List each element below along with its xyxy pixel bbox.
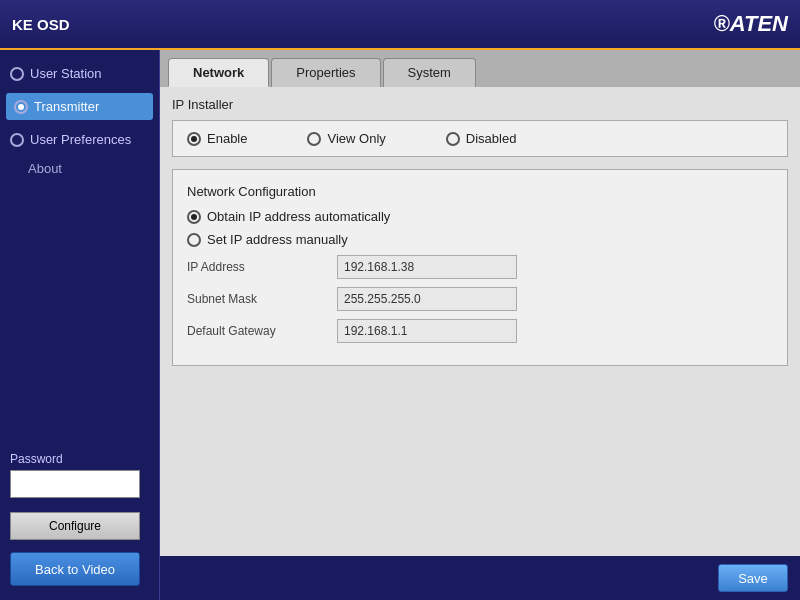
ip-address-input[interactable] xyxy=(337,255,517,279)
password-input[interactable] xyxy=(10,470,140,498)
default-gateway-row: Default Gateway xyxy=(187,319,773,343)
ip-address-label: IP Address xyxy=(187,260,337,274)
tab-system[interactable]: System xyxy=(383,58,476,87)
subnet-mask-row: Subnet Mask xyxy=(187,287,773,311)
header: KE OSD ®ATEN xyxy=(0,0,800,50)
user-station-label: User Station xyxy=(30,66,102,81)
subnet-mask-input[interactable] xyxy=(337,287,517,311)
about-label: About xyxy=(28,161,62,176)
transmitter-radio xyxy=(14,100,28,114)
auto-ip-label: Obtain IP address automatically xyxy=(207,209,390,224)
content-wrapper: Network Properties System IP Installer E… xyxy=(160,50,800,600)
ip-viewonly-radio xyxy=(307,132,321,146)
ip-enable-option[interactable]: Enable xyxy=(187,131,247,146)
ip-disabled-radio xyxy=(446,132,460,146)
save-area: Save xyxy=(160,556,800,600)
back-to-video-button[interactable]: Back to Video xyxy=(10,552,140,586)
sidebar-item-transmitter[interactable]: Transmitter xyxy=(6,93,153,120)
ip-viewonly-option[interactable]: View Only xyxy=(307,131,385,146)
sidebar-spacer xyxy=(0,182,159,444)
sidebar: User Station Transmitter User Preference… xyxy=(0,50,160,600)
default-gateway-input[interactable] xyxy=(337,319,517,343)
auto-ip-radio xyxy=(187,210,201,224)
sidebar-item-user-station[interactable]: User Station xyxy=(0,58,159,89)
main-layout: User Station Transmitter User Preference… xyxy=(0,50,800,600)
subnet-mask-label: Subnet Mask xyxy=(187,292,337,306)
network-config-title: Network Configuration xyxy=(187,184,773,199)
tab-network[interactable]: Network xyxy=(168,58,269,87)
manual-ip-radio xyxy=(187,233,201,247)
ip-address-row: IP Address xyxy=(187,255,773,279)
ip-enable-label: Enable xyxy=(207,131,247,146)
sidebar-item-about[interactable]: About xyxy=(0,155,159,182)
aten-logo: ®ATEN xyxy=(714,11,788,37)
sidebar-password-section: Password xyxy=(0,444,159,506)
ip-viewonly-label: View Only xyxy=(327,131,385,146)
auto-ip-row[interactable]: Obtain IP address automatically xyxy=(187,209,773,224)
ip-installer-label: IP Installer xyxy=(172,97,788,112)
tab-properties[interactable]: Properties xyxy=(271,58,380,87)
ip-disabled-option[interactable]: Disabled xyxy=(446,131,517,146)
ip-installer-box: Enable View Only Disabled xyxy=(172,120,788,157)
password-label: Password xyxy=(10,452,149,466)
tabs-bar: Network Properties System xyxy=(160,50,800,87)
configure-button[interactable]: Configure xyxy=(10,512,140,540)
user-preferences-radio xyxy=(10,133,24,147)
app-title: KE OSD xyxy=(12,16,70,33)
ip-disabled-label: Disabled xyxy=(466,131,517,146)
user-preferences-label: User Preferences xyxy=(30,132,131,147)
default-gateway-label: Default Gateway xyxy=(187,324,337,338)
network-config-box: Network Configuration Obtain IP address … xyxy=(172,169,788,366)
user-station-radio xyxy=(10,67,24,81)
transmitter-label: Transmitter xyxy=(34,99,99,114)
sidebar-item-user-preferences[interactable]: User Preferences xyxy=(0,124,159,155)
manual-ip-label: Set IP address manually xyxy=(207,232,348,247)
save-button[interactable]: Save xyxy=(718,564,788,592)
panel-content: IP Installer Enable View Only Disabled xyxy=(160,87,800,556)
manual-ip-row[interactable]: Set IP address manually xyxy=(187,232,773,247)
ip-enable-radio xyxy=(187,132,201,146)
